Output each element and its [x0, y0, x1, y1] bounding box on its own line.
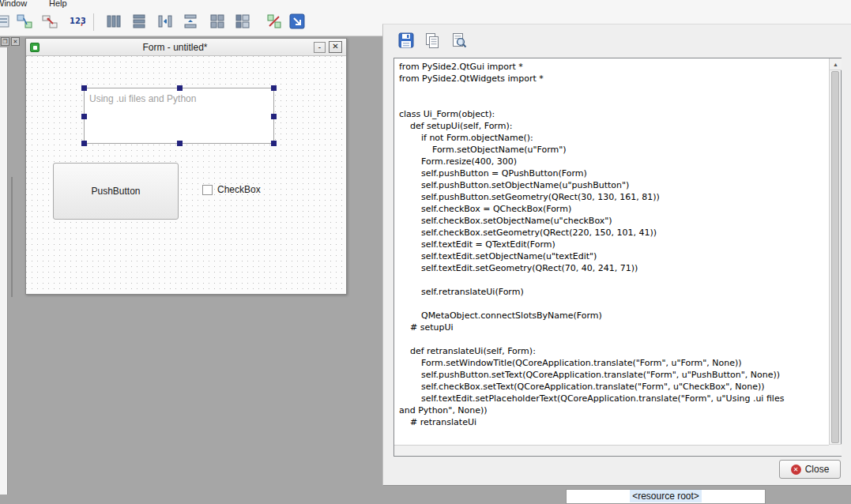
edit-signals-slots-icon[interactable] [14, 11, 35, 32]
resize-handle-middle-left[interactable] [81, 114, 87, 119]
form-canvas[interactable]: Using .ui files and Python PushButton Ch… [26, 56, 346, 294]
layout-horizontal-icon[interactable] [104, 11, 124, 32]
break-layout-icon[interactable] [264, 11, 284, 32]
form-title: Form - untitled* [40, 42, 311, 53]
resize-handle-bottom-right[interactable] [271, 141, 277, 146]
adjust-size-icon[interactable] [287, 11, 307, 32]
checkbox-label: CheckBox [217, 184, 261, 195]
layout-grid-icon[interactable] [207, 11, 228, 32]
toolbar-separator [93, 13, 94, 31]
vertical-scrollbar-thumb[interactable] [831, 71, 839, 443]
textedit-placeholder: Using .ui files and Python [89, 93, 196, 104]
resize-handle-bottom-middle[interactable] [177, 141, 183, 146]
resize-handle-top-left[interactable] [81, 85, 87, 91]
layout-vertical-splitter-icon[interactable] [180, 11, 201, 32]
pushbutton-widget[interactable]: PushButton [53, 163, 179, 220]
code-editor[interactable]: from PySide2.QtGui import * from PySide2… [393, 58, 842, 457]
menu-item-help[interactable]: Help [49, 0, 67, 9]
close-circle-icon: ✕ [791, 465, 801, 475]
generated-code[interactable]: from PySide2.QtGui import * from PySide2… [394, 58, 829, 445]
horizontal-scrollbar[interactable] [394, 445, 829, 456]
edit-tab-order-icon[interactable]: 123, [66, 11, 87, 32]
form-window-icon [30, 43, 40, 52]
resize-handle-top-right[interactable] [271, 85, 277, 91]
checkbox-widget[interactable]: CheckBox [202, 184, 261, 195]
vertical-scrollbar[interactable]: ▲ ▼ [829, 58, 841, 456]
close-button[interactable]: ✕ Close [779, 460, 841, 479]
dock-float-icon[interactable]: ❐ [1, 37, 9, 46]
resize-handle-bottom-left[interactable] [81, 141, 87, 146]
textedit-widget[interactable]: Using .ui files and Python [84, 88, 274, 144]
save-icon[interactable] [396, 30, 416, 51]
qt-designer-window: Window Help 123, [0, 0, 851, 504]
layout-horizontal-splitter-icon[interactable] [155, 11, 175, 32]
resource-browser[interactable]: <resource root> [566, 489, 766, 504]
close-button-label: Close [805, 464, 830, 475]
find-icon[interactable] [449, 30, 469, 51]
bottom-dock-strip: <resource root> [382, 486, 851, 504]
layout-vertical-icon[interactable] [129, 11, 149, 32]
copy-icon[interactable] [422, 30, 442, 51]
dock-splitter-handle[interactable] [11, 177, 13, 297]
menu-bar: Window Help [0, 0, 851, 9]
form-close-button[interactable]: ✕ [329, 41, 342, 53]
layout-form-icon[interactable] [232, 11, 253, 32]
edit-buddies-icon[interactable] [40, 11, 60, 32]
svg-text:,: , [81, 19, 83, 27]
scroll-up-icon[interactable]: ▲ [830, 58, 842, 70]
edit-widgets-icon[interactable] [0, 11, 13, 32]
resize-handle-middle-right[interactable] [271, 114, 277, 119]
checkbox-indicator[interactable] [202, 185, 213, 195]
mdi-area: ❐ ✕ Form - untitled* - ✕ Using .ui files… [0, 36, 382, 504]
scrollbar-corner [829, 445, 841, 456]
code-preview-panel: from PySide2.QtGui import * from PySide2… [382, 24, 851, 486]
resource-root-item[interactable]: <resource root> [630, 490, 702, 502]
form-minimize-button[interactable]: - [314, 42, 326, 53]
dock-close-icon[interactable]: ✕ [11, 37, 20, 46]
resize-handle-top-middle[interactable] [177, 85, 183, 91]
menu-item-window[interactable]: Window [0, 0, 27, 9]
form-titlebar[interactable]: Form - untitled* - ✕ [26, 39, 346, 56]
designer-form-window: Form - untitled* - ✕ Using .ui files and… [25, 38, 347, 295]
collapsed-dock-strip [0, 47, 8, 495]
